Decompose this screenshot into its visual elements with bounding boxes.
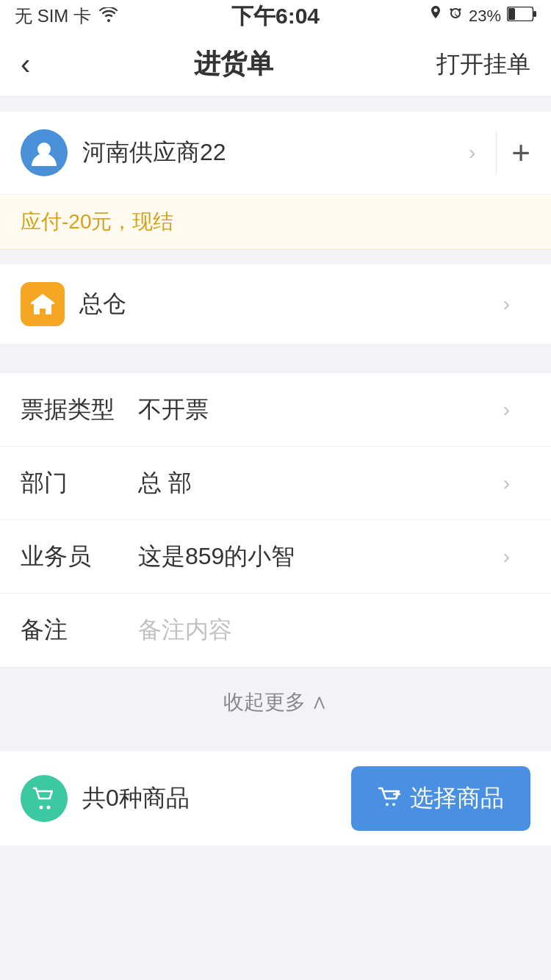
page-fill [0, 846, 551, 980]
warehouse-chevron-icon: › [503, 292, 510, 316]
battery-label: 23% [469, 7, 501, 26]
dept-label: 部门 [21, 467, 123, 500]
sales-chevron-icon: › [503, 545, 510, 569]
supplier-row[interactable]: 河南供应商22 › + [0, 112, 551, 195]
svg-rect-1 [533, 11, 536, 17]
invoice-label: 票据类型 [21, 394, 123, 426]
status-right: 23% [429, 6, 536, 26]
product-icon [21, 775, 68, 822]
invoice-value: 不开票 [123, 394, 503, 426]
add-supplier-button[interactable]: + [496, 131, 530, 175]
status-left: 无 SIM 卡 [15, 4, 119, 28]
supplier-name: 河南供应商22 [82, 137, 469, 169]
svg-point-5 [47, 806, 51, 810]
svg-rect-2 [508, 8, 515, 20]
nav-bar: ‹ 进货单 打开挂单 [0, 32, 551, 97]
add-cart-icon [378, 787, 401, 807]
wifi-icon [98, 6, 119, 26]
sales-value: 这是859的小智 [123, 541, 503, 573]
warehouse-section: 总仓 › [0, 264, 551, 344]
divider-2 [0, 344, 551, 359]
remark-row[interactable]: 备注 备注内容 [0, 594, 551, 667]
warehouse-row[interactable]: 总仓 › [0, 264, 551, 344]
invoice-chevron-icon: › [503, 398, 510, 422]
page-title: 进货单 [194, 46, 273, 82]
status-bar: 无 SIM 卡 下午6:04 23% [0, 0, 551, 32]
dept-value: 总 部 [123, 467, 503, 500]
open-pending-button[interactable]: 打开挂单 [436, 48, 530, 81]
select-product-label: 选择商品 [410, 782, 504, 815]
invoice-row[interactable]: 票据类型 不开票 › [0, 373, 551, 447]
select-product-button[interactable]: 选择商品 [351, 766, 530, 831]
remark-input[interactable]: 备注内容 [123, 614, 530, 646]
svg-point-4 [40, 806, 43, 810]
supplier-notice: 应付-20元，现结 [0, 195, 551, 250]
supplier-section: 河南供应商22 › + 应付-20元，现结 [0, 112, 551, 250]
form-section: 票据类型 不开票 › 部门 总 部 › 业务员 这是859的小智 › 备注 备注… [0, 373, 551, 667]
supplier-avatar [21, 129, 68, 176]
user-icon [29, 138, 59, 167]
top-divider [0, 97, 551, 112]
select-product-icon [378, 785, 401, 813]
carrier-label: 无 SIM 卡 [15, 4, 91, 28]
svg-point-6 [386, 803, 389, 806]
home-icon [29, 291, 56, 317]
alarm-icon [448, 7, 463, 26]
sales-label: 业务员 [21, 541, 123, 573]
product-count: 共0种商品 [82, 782, 351, 815]
divider-1 [0, 250, 551, 264]
bottom-bar: 共0种商品 选择商品 [0, 752, 551, 846]
battery-icon [507, 7, 536, 26]
location-icon [429, 6, 442, 26]
cart-icon [31, 785, 57, 812]
collapse-bar[interactable]: 收起更多 ∧ [0, 667, 551, 737]
dept-chevron-icon: › [503, 472, 510, 495]
back-button[interactable]: ‹ [21, 48, 30, 81]
status-time: 下午6:04 [231, 1, 320, 32]
svg-point-7 [392, 803, 395, 806]
warehouse-icon [21, 282, 65, 326]
sales-row[interactable]: 业务员 这是859的小智 › [0, 520, 551, 594]
remark-label: 备注 [21, 614, 123, 646]
supplier-chevron-icon: › [469, 141, 475, 165]
dept-row[interactable]: 部门 总 部 › [0, 447, 551, 520]
warehouse-name: 总仓 [79, 288, 503, 320]
